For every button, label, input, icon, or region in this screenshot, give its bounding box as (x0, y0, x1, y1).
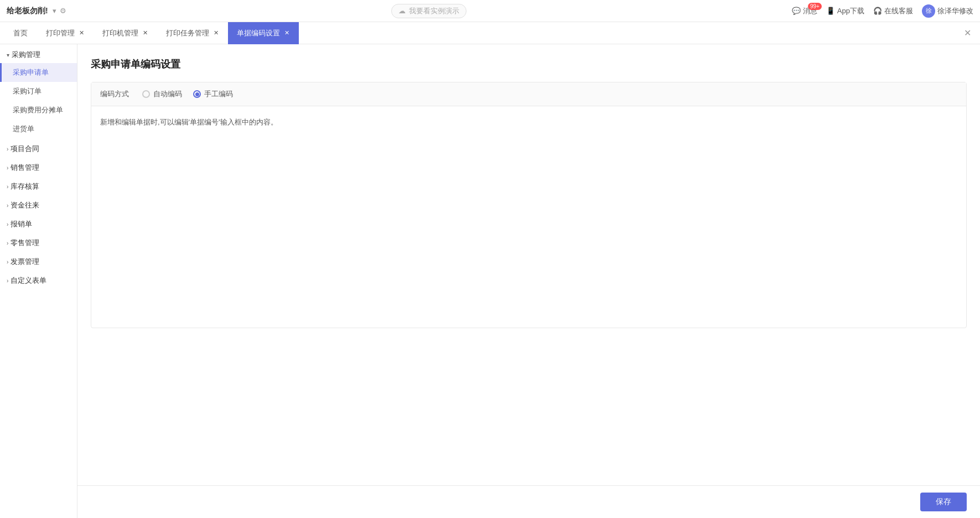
tab-single-code-label: 单据编码设置 (237, 28, 280, 38)
content-inner: 采购申请单编码设置 编码方式 自动编码 手工编码 (77, 44, 980, 485)
radio-auto-code[interactable]: 自动编码 (142, 89, 182, 99)
message-icon: 💬 (792, 7, 801, 15)
encoding-label: 编码方式 (100, 89, 129, 99)
settings-icon[interactable]: ⚙ (60, 7, 66, 15)
radio-group: 自动编码 手工编码 (142, 89, 233, 99)
sidebar-group-retail[interactable]: › 零售管理 (0, 232, 77, 251)
sidebar-group-purchase-header[interactable]: ▾ 采购管理 (0, 44, 77, 63)
sidebar-group-project-label: 项目合同 (11, 144, 39, 154)
sidebar-group-returns[interactable]: › 报销单 (0, 214, 77, 232)
avatar-text: 徐 (926, 7, 932, 15)
sidebar-group-retail-label: 零售管理 (11, 238, 39, 248)
tab-bar: 首页 打印管理 ✕ 打印机管理 ✕ 打印任务管理 ✕ 单据编码设置 ✕ ✕ (0, 22, 980, 44)
arrow-sales: › (7, 165, 8, 171)
tab-print-task-mgmt[interactable]: 打印任务管理 ✕ (157, 22, 228, 44)
arrow-invoice: › (7, 259, 8, 265)
tab-single-code-close[interactable]: ✕ (284, 29, 289, 37)
phone-icon: 📱 (826, 7, 835, 15)
arrow-inventory: › (7, 184, 8, 190)
sidebar-group-funds-label: 资金往来 (11, 200, 39, 210)
username: 徐泽华修改 (937, 6, 973, 16)
arrow-funds: › (7, 203, 8, 209)
encoding-body: 新增和编辑单据时,可以编辑'单据编号'输入框中的内容。 (91, 106, 966, 328)
radio-auto-circle (142, 90, 150, 98)
headset-icon: 🎧 (873, 7, 882, 15)
dropdown-icon[interactable]: ▾ (53, 7, 56, 15)
save-button[interactable]: 保存 (920, 493, 967, 511)
sidebar-group-invoice[interactable]: › 发票管理 (0, 251, 77, 270)
top-bar-icons: ▾ ⚙ (53, 7, 66, 15)
collapse-arrow-purchase: ▾ (7, 52, 9, 58)
sidebar-group-sales-label: 销售管理 (11, 163, 39, 173)
sidebar-item-purchase-expense[interactable]: 采购费用分摊单 (0, 101, 77, 120)
sidebar-group-purchase-label: 采购管理 (12, 50, 40, 60)
sidebar-group-custom-forms[interactable]: › 自定义表单 (0, 270, 77, 289)
search-text: 我要看实例演示 (409, 6, 459, 16)
sidebar-item-purchase-request-label: 采购申请单 (13, 68, 49, 76)
online-support-btn[interactable]: 🎧 在线客服 (873, 6, 913, 16)
sidebar-item-purchase-order[interactable]: 采购订单 (0, 82, 77, 101)
online-support-label: 在线客服 (884, 6, 913, 16)
tab-single-code-setting[interactable]: 单据编码设置 ✕ (228, 22, 299, 44)
sidebar: ▾ 采购管理 采购申请单 采购订单 采购费用分摊单 进货单 › 项目合同 › 销… (0, 44, 77, 518)
sidebar-group-purchase: ▾ 采购管理 采购申请单 采购订单 采购费用分摊单 进货单 (0, 44, 77, 138)
sidebar-group-inventory[interactable]: › 库存核算 (0, 176, 77, 195)
sidebar-item-purchase-order-label: 采购订单 (13, 87, 42, 95)
tab-print-mgmt-label: 打印管理 (46, 28, 75, 38)
sidebar-group-custom-forms-label: 自定义表单 (11, 276, 46, 286)
content-footer: 保存 (77, 485, 980, 518)
user-profile-btn[interactable]: 徐 徐泽华修改 (922, 4, 973, 18)
encoding-section: 编码方式 自动编码 手工编码 新增和编辑单据时,可以编辑'单据编号'输入框中的内 (91, 82, 967, 328)
main-layout: ▾ 采购管理 采购申请单 采购订单 采购费用分摊单 进货单 › 项目合同 › 销… (0, 44, 980, 518)
top-bar-left: 给老板勿削! ▾ ⚙ (7, 6, 66, 16)
encoding-hint: 新增和编辑单据时,可以编辑'单据编号'输入框中的内容。 (100, 117, 957, 127)
top-bar-right: 💬 消息 99+ 📱 App下载 🎧 在线客服 徐 徐泽华修改 (792, 4, 973, 18)
tab-bar-close-btn[interactable]: ✕ (960, 25, 976, 40)
radio-manual-circle (193, 90, 201, 98)
tab-printer-mgmt[interactable]: 打印机管理 ✕ (94, 22, 157, 44)
encoding-header: 编码方式 自动编码 手工编码 (91, 82, 966, 106)
cloud-icon: ☁ (398, 7, 406, 15)
tab-print-mgmt-close[interactable]: ✕ (79, 29, 84, 37)
arrow-custom-forms: › (7, 278, 8, 284)
tab-print-task-close[interactable]: ✕ (214, 29, 219, 37)
top-bar: 给老板勿削! ▾ ⚙ ☁ 我要看实例演示 💬 消息 99+ 📱 App下载 🎧 … (0, 0, 980, 22)
sidebar-item-purchase-request[interactable]: 采购申请单 (0, 63, 77, 82)
radio-manual-code[interactable]: 手工编码 (193, 89, 233, 99)
sidebar-item-purchase-expense-label: 采购费用分摊单 (13, 106, 63, 114)
sidebar-group-invoice-label: 发票管理 (11, 257, 39, 267)
search-bar[interactable]: ☁ 我要看实例演示 (391, 4, 466, 18)
tab-printer-mgmt-label: 打印机管理 (102, 28, 138, 38)
tab-home-label: 首页 (13, 28, 28, 38)
tab-home[interactable]: 首页 (4, 22, 37, 44)
sidebar-group-funds[interactable]: › 资金往来 (0, 195, 77, 214)
sidebar-group-returns-label: 报销单 (11, 219, 32, 229)
tab-printer-mgmt-close[interactable]: ✕ (143, 29, 148, 37)
auto-code-label: 自动编码 (153, 89, 182, 99)
avatar: 徐 (922, 4, 935, 18)
message-btn[interactable]: 💬 消息 99+ (792, 6, 817, 16)
arrow-returns: › (7, 221, 8, 227)
app-download-btn[interactable]: 📱 App下载 (826, 6, 864, 16)
message-badge: 99+ (808, 3, 822, 10)
tab-print-task-label: 打印任务管理 (166, 28, 209, 38)
sidebar-item-inbound-label: 进货单 (13, 125, 34, 133)
sidebar-group-inventory-label: 库存核算 (11, 182, 39, 191)
arrow-retail: › (7, 240, 8, 246)
manual-code-label: 手工编码 (204, 89, 233, 99)
tab-print-mgmt[interactable]: 打印管理 ✕ (37, 22, 94, 44)
brand-title: 给老板勿削! (7, 6, 48, 16)
sidebar-item-inbound[interactable]: 进货单 (0, 120, 77, 138)
page-title: 采购申请单编码设置 (91, 58, 967, 71)
app-download-label: App下载 (837, 6, 864, 16)
arrow-project: › (7, 146, 8, 152)
sidebar-group-project-contract[interactable]: › 项目合同 (0, 138, 77, 157)
sidebar-group-sales[interactable]: › 销售管理 (0, 157, 77, 176)
content-area: 采购申请单编码设置 编码方式 自动编码 手工编码 (77, 44, 980, 518)
